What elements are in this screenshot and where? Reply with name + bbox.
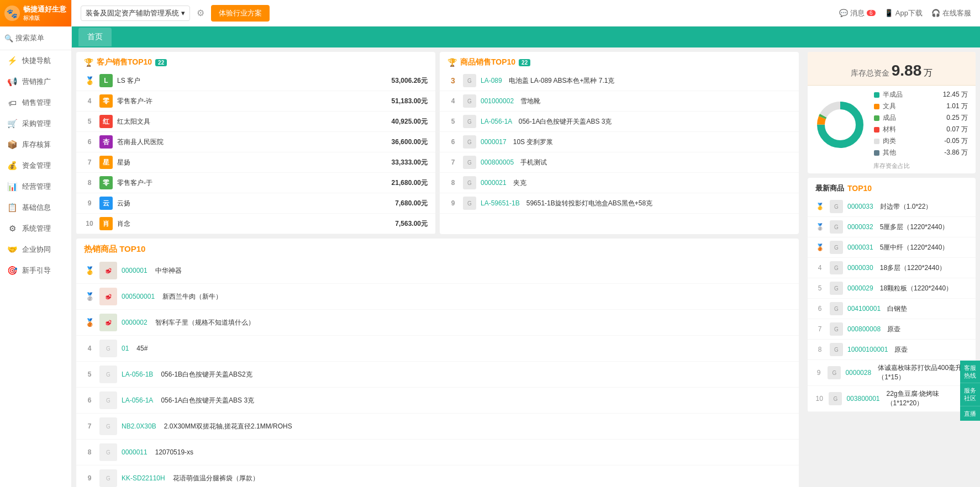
list-item: 4 G 01 45# xyxy=(76,336,799,362)
search-menu-button[interactable]: 🔍 搜索菜单 xyxy=(4,31,67,45)
middle-panel: 🏆 客户销售TOP10 22 🥇 L LS 客户 53,006.26元 4 xyxy=(72,47,803,487)
rank-number: 6 xyxy=(447,138,459,146)
product-name: 中华神器 xyxy=(155,266,182,276)
system-name: 装备及固定资产辅助管理系统 xyxy=(86,8,179,18)
quick-nav-icon: ⚡ xyxy=(7,56,18,66)
message-badge: 6 xyxy=(867,10,876,16)
product-code: 003800001 xyxy=(846,395,879,403)
customer-value: 33,333.00元 xyxy=(392,158,428,167)
sidebar-item-operations[interactable]: 📊 经营管理 xyxy=(0,176,71,197)
product-name: 花语萌值温分腿裤袋（厚款） xyxy=(173,474,259,483)
finance-icon: 💰 xyxy=(7,161,18,171)
customer-value: 36,600.00元 xyxy=(392,137,428,147)
rank-number: 8 xyxy=(84,179,95,187)
product-info: LA-056-1A 056-1A白色按键开关盖ABS 3克 xyxy=(481,117,791,126)
rank-number: 3 xyxy=(447,76,459,85)
headset-icon: 🎧 xyxy=(931,9,940,17)
main-container: 装备及固定资产辅助管理系统 ▾ ⚙ 体验行业方案 💬 消息 6 📱 App下载 … xyxy=(72,0,980,487)
rank-number: 4 xyxy=(84,345,95,352)
sidebar-label: 库存核算 xyxy=(22,140,51,150)
rank-number: 🥇 xyxy=(814,203,825,210)
guide-icon: 🎯 xyxy=(7,266,18,276)
product-name: 45# xyxy=(136,345,147,352)
service-community-button[interactable]: 服务社区 xyxy=(960,383,980,406)
product-name: 18多层（1220*2440） xyxy=(880,263,946,273)
legend-item: 成品 0.25 万 xyxy=(874,113,968,123)
list-item: 4 G 0000030 18多层（1220*2440） xyxy=(808,258,976,278)
product-icon: G xyxy=(463,135,476,149)
hot-products-header: 热销商品 TOP10 xyxy=(76,239,799,258)
list-item: 🥈 🥩 000500001 新西兰牛肉（新牛） xyxy=(76,284,799,310)
page-tabbar: 首页 xyxy=(72,27,980,47)
purchase-icon: 🛒 xyxy=(7,119,18,129)
product-code: 0000033 xyxy=(847,203,873,210)
sidebar-item-finance[interactable]: 💰 资金管理 xyxy=(0,155,71,176)
system-selector[interactable]: 装备及固定资产辅助管理系统 ▾ xyxy=(81,6,190,21)
product-image: G xyxy=(99,417,117,435)
table-row: 10 肖 肖念 7,563.00元 xyxy=(76,214,435,234)
product-name: 智利车子里（规格不知道填什么） xyxy=(155,318,255,327)
list-item: 6 G LA-056-1A 056-1A白色按键开关盖ABS 3克 xyxy=(76,388,799,414)
sidebar-item-purchase[interactable]: 🛒 采购管理 xyxy=(0,113,71,134)
product-name: 5厘多层（1220*2440） xyxy=(880,223,949,232)
sidebar-nav: ⚡ 快捷导航 📢 营销推广 🏷 销售管理 🛒 采购管理 📦 库存核算 💰 资金管… xyxy=(0,50,71,487)
customer-hotline-button[interactable]: 客服热线 xyxy=(960,361,980,384)
customer-value: 53,006.26元 xyxy=(392,76,428,86)
table-row: 4 零 零售客户-许 51,183.00元 xyxy=(76,91,435,112)
rank-number: 7 xyxy=(447,158,459,166)
inventory-chart-area: 半成品 12.45 万 文具 1.01 万 成品 0.25 万 材料 xyxy=(808,86,976,166)
customer-name: 零售客户-许 xyxy=(117,97,387,106)
product-name: 体诚嘉枚味苏打饮品400毫升（1*15） xyxy=(878,363,969,382)
inventory-icon: 📦 xyxy=(7,140,18,150)
system-icon: ⚙ xyxy=(7,224,18,234)
message-button[interactable]: 💬 消息 6 xyxy=(839,8,876,18)
product-name: 2.0X30MM双搓花轴,搓花直径2.1MM/ROHS xyxy=(164,422,292,431)
product-image: 🥩 xyxy=(99,314,117,331)
product-name: 封边带（1.0*22） xyxy=(880,202,932,211)
rank-number: 🥈 xyxy=(84,292,95,301)
product-icon: G xyxy=(463,176,476,189)
product-icon: G xyxy=(830,220,843,234)
tab-home[interactable]: 首页 xyxy=(78,28,112,46)
inventory-card: 库存总资金 9.88 万 半成品 xyxy=(808,52,976,173)
rank-number: 🥈 xyxy=(814,223,825,231)
sidebar-label: 资金管理 xyxy=(22,161,51,171)
legend-item: 半成品 12.45 万 xyxy=(874,90,968,99)
rank-number: 🥉 xyxy=(84,318,95,327)
avatar: 云 xyxy=(99,197,113,210)
rank-number: 4 xyxy=(84,97,95,105)
topbar: 装备及固定资产辅助管理系统 ▾ ⚙ 体验行业方案 💬 消息 6 📱 App下载 … xyxy=(72,0,980,27)
sidebar-item-system[interactable]: ⚙ 系统管理 xyxy=(0,218,71,239)
inventory-title: 库存总资金 xyxy=(851,68,889,77)
app-download-button[interactable]: 📱 App下载 xyxy=(884,8,923,18)
new-products-header: 最新商品 TOP10 xyxy=(808,178,976,197)
product-name: 22g鱼豆腐·烧烤味（1*12*20） xyxy=(887,389,969,408)
customer-value: 40,925.00元 xyxy=(392,117,428,126)
trial-button[interactable]: 体验行业方案 xyxy=(211,5,270,22)
sidebar-item-quick-nav[interactable]: ⚡ 快捷导航 xyxy=(0,50,71,71)
product-name: 18颗粒板（1220*2440） xyxy=(880,284,952,293)
rank-number: 7 xyxy=(84,422,95,430)
customer-value: 21,680.00元 xyxy=(392,178,428,188)
avatar: 零 xyxy=(99,94,113,108)
settings-gear-icon[interactable]: ⚙ xyxy=(197,8,204,18)
sidebar: 🐾 畅捷通好生意 标准版 🔍 搜索菜单 ⚡ 快捷导航 📢 营销推广 🏷 销售管理… xyxy=(0,0,72,487)
list-item: 5 G 0000029 18颗粒板（1220*2440） xyxy=(808,278,976,299)
sidebar-item-basic-info[interactable]: 📋 基础信息 xyxy=(0,197,71,218)
sidebar-item-guide[interactable]: 🎯 新手引导 xyxy=(0,260,71,281)
sidebar-item-marketing[interactable]: 📢 营销推广 xyxy=(0,71,71,92)
product-info: 001000002 雪地靴 xyxy=(481,97,791,106)
product-code: 0000028 xyxy=(845,369,871,377)
goods-ranking-header: 🏆 商品销售TOP10 22 xyxy=(440,52,799,71)
product-image: 🥩 xyxy=(99,288,117,305)
content-area: 🏆 客户销售TOP10 22 🥇 L LS 客户 53,006.26元 4 xyxy=(72,47,980,487)
sidebar-item-inventory[interactable]: 📦 库存核算 xyxy=(0,134,71,155)
hot-products-list: 🥇 🥩 0000001 中华神器 🥈 🥩 000500001 新西兰牛肉（新牛）… xyxy=(76,258,799,487)
live-stream-button[interactable]: 直播 xyxy=(960,406,980,421)
product-image: G xyxy=(99,391,117,409)
sidebar-item-enterprise[interactable]: 🤝 企业协同 xyxy=(0,239,71,260)
avatar: L xyxy=(99,74,113,87)
search-section[interactable]: 🔍 搜索菜单 xyxy=(0,27,71,50)
online-service-button[interactable]: 🎧 在线客服 xyxy=(931,8,971,18)
sidebar-item-sales[interactable]: 🏷 销售管理 xyxy=(0,92,71,113)
